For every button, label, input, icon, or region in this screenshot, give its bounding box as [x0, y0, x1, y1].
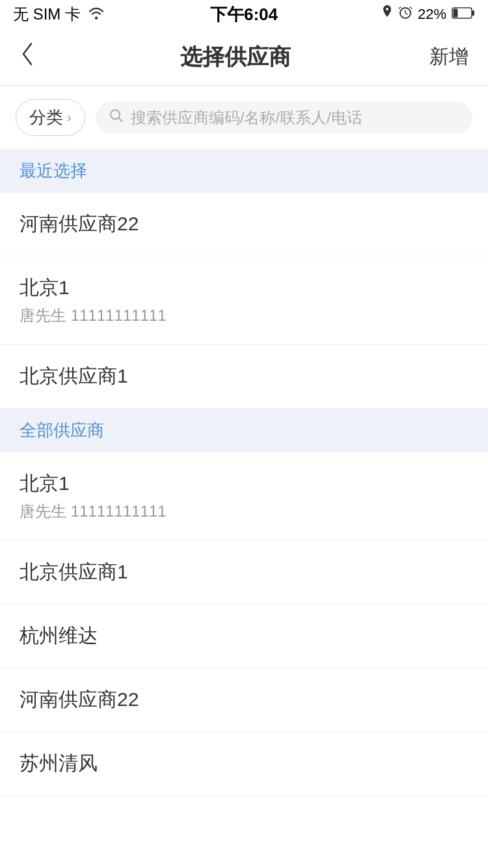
list-item[interactable]: 杭州维达 — [0, 604, 488, 668]
list-item[interactable]: 北京供应商1 — [0, 541, 488, 604]
list-item[interactable]: 苏州清风 — [0, 732, 488, 796]
location-icon — [381, 5, 393, 23]
svg-rect-3 — [454, 9, 458, 18]
search-icon — [109, 108, 124, 128]
item-name: 河南供应商22 — [20, 211, 468, 237]
list-item[interactable]: 北京1唐先生 11111111111 — [0, 256, 488, 345]
item-contact: 唐先生 11111111111 — [20, 501, 468, 522]
item-name: 北京供应商1 — [20, 559, 468, 586]
item-name: 苏州清风 — [20, 750, 468, 777]
category-filter-button[interactable]: 分类 › — [16, 99, 85, 136]
battery-icon — [452, 6, 475, 23]
item-name: 河南供应商22 — [20, 686, 468, 713]
search-box — [96, 102, 472, 134]
status-time: 下午6:04 — [210, 3, 278, 26]
filter-bar: 分类 › — [0, 86, 488, 149]
carrier-text: 无 SIM 卡 — [13, 4, 81, 25]
all-section-label: 全部供应商 — [20, 420, 104, 440]
recent-list: 河南供应商22北京1唐先生 11111111111北京供应商1 — [0, 193, 488, 409]
list-item[interactable]: 河南供应商22 — [0, 668, 488, 732]
nav-bar: 选择供应商 新增 — [0, 29, 488, 86]
nav-title: 选择供应商 — [180, 42, 291, 72]
list-item[interactable]: 北京1唐先生 11111111111 — [0, 452, 488, 541]
svg-rect-2 — [472, 10, 474, 16]
recent-section-header: 最近选择 — [0, 149, 488, 193]
item-name: 北京1 — [20, 470, 468, 497]
item-name: 北京供应商1 — [20, 363, 468, 390]
new-action-button[interactable]: 新增 — [429, 44, 468, 70]
back-button[interactable] — [13, 34, 42, 79]
recent-section-label: 最近选择 — [20, 161, 87, 180]
category-label: 分类 — [29, 106, 63, 129]
all-section-header: 全部供应商 — [0, 409, 488, 452]
status-left: 无 SIM 卡 — [13, 4, 105, 25]
wifi-icon — [87, 5, 105, 23]
status-bar: 无 SIM 卡 下午6:04 22% — [0, 0, 488, 29]
chevron-right-icon: › — [67, 110, 72, 125]
item-name: 北京1 — [20, 275, 468, 301]
item-contact: 唐先生 11111111111 — [20, 305, 468, 326]
battery-text: 22% — [418, 6, 446, 23]
item-name: 杭州维达 — [20, 623, 468, 649]
status-right: 22% — [381, 5, 475, 23]
list-item[interactable]: 河南供应商22 — [0, 193, 488, 256]
search-input[interactable] — [131, 109, 459, 127]
list-item[interactable]: 北京供应商1 — [0, 345, 488, 409]
all-list: 北京1唐先生 11111111111北京供应商1杭州维达河南供应商22苏州清风 — [0, 452, 488, 796]
alarm-icon — [398, 5, 413, 23]
